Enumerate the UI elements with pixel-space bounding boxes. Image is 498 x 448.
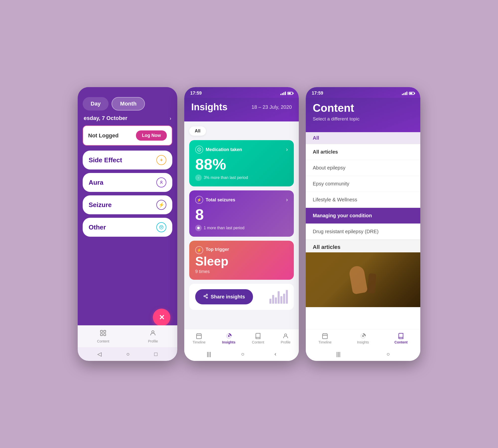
- share-chart-preview: [269, 290, 288, 304]
- svg-point-22: [228, 335, 230, 337]
- share-insights-card: Share insights: [189, 284, 294, 310]
- android-square-icon[interactable]: □: [154, 351, 157, 357]
- status-icons-2: [280, 92, 293, 95]
- side-effect-icon: +: [156, 155, 166, 165]
- signal-icon-3: [402, 92, 407, 95]
- side-effect-button[interactable]: Side Effect +: [83, 151, 172, 169]
- log-now-button[interactable]: Log Now: [136, 130, 167, 141]
- nav-profile[interactable]: Profile: [148, 330, 158, 343]
- profile-nav-label-2: Profile: [281, 340, 291, 344]
- medication-card-title: Medication taken: [206, 147, 242, 152]
- profile-nav-icon: [149, 330, 156, 338]
- article-image-overlay: [306, 252, 420, 307]
- nav-content[interactable]: Content: [97, 330, 109, 343]
- date-text: esday, 7 October: [84, 115, 127, 121]
- content-nav-label-2: Content: [252, 340, 264, 344]
- nav-profile-2[interactable]: Profile: [281, 333, 291, 344]
- seizure-button[interactable]: Seizure ⚡: [83, 195, 172, 214]
- android-menu-icon-3[interactable]: |||: [336, 351, 340, 357]
- topic-all-articles-item[interactable]: All articles: [306, 144, 420, 160]
- medication-sub-row: ↑ 3% more than last period: [195, 174, 288, 181]
- phone2-android-nav: ||| ○ ‹: [184, 347, 299, 361]
- trigger-card-icon: ⚡: [195, 246, 203, 254]
- nav-insights-2[interactable]: Insights: [222, 333, 236, 344]
- topic-about-epilepsy-label: About epilepsy: [313, 165, 345, 170]
- month-toggle-button[interactable]: Month: [112, 97, 145, 111]
- phone1-bottom-nav: Content Profile: [78, 325, 177, 347]
- battery-icon-3: [409, 92, 414, 95]
- side-effect-label: Side Effect: [89, 156, 122, 164]
- svg-rect-16: [197, 334, 202, 339]
- phone-3-content-screen: 17:59 Content Select a different topic: [306, 87, 420, 361]
- not-logged-card: Not Logged Log Now: [83, 125, 172, 146]
- android-home-icon-2[interactable]: ○: [241, 351, 244, 357]
- android-back-icon[interactable]: ◁: [97, 351, 102, 357]
- trigger-card-title: Top trigger: [206, 247, 229, 252]
- topic-all-top[interactable]: All: [306, 132, 420, 144]
- phone-2-insights-screen: 17:59 Insights 18 – 23 July, 2020: [184, 87, 299, 361]
- share-icon: [203, 294, 208, 300]
- seizures-card[interactable]: ⚡ Total seizures › 8 1 more than last pe…: [189, 190, 294, 237]
- nav-insights-3[interactable]: Insights: [357, 333, 369, 344]
- all-filter-pill[interactable]: All: [189, 126, 206, 136]
- phone3-android-nav: ||| ○: [306, 347, 420, 361]
- other-label: Other: [89, 224, 106, 231]
- date-chevron-right-icon[interactable]: ›: [170, 115, 171, 121]
- phone2-bottom-nav: Timeline Insights Content: [184, 329, 299, 347]
- medication-percentage: 88%: [195, 157, 288, 172]
- android-home-icon[interactable]: ○: [126, 351, 129, 357]
- status-time-3: 17:59: [312, 91, 323, 96]
- topic-list: All All articles About epilepsy Epsy com…: [306, 132, 420, 361]
- nav-timeline-3[interactable]: Timeline: [318, 333, 331, 344]
- seizure-icon: ⚡: [156, 200, 166, 210]
- content-nav-label: Content: [97, 339, 109, 343]
- nav-content-3[interactable]: Content: [394, 333, 408, 344]
- trigger-card[interactable]: ⚡ Top trigger Sleep 9 times: [189, 241, 294, 280]
- profile-nav-label: Profile: [148, 339, 158, 343]
- article-image[interactable]: [306, 252, 420, 307]
- seizures-card-icon: ⚡: [195, 196, 203, 204]
- nav-content-2[interactable]: Content: [252, 333, 264, 344]
- topic-lifestyle-wellness[interactable]: Lifestyle & Wellness: [306, 192, 420, 208]
- topic-epsy-community[interactable]: Epsy community: [306, 176, 420, 192]
- profile-nav-icon-2: [282, 333, 289, 339]
- nav-timeline-2[interactable]: Timeline: [192, 333, 205, 344]
- content-nav-icon-3: [398, 333, 404, 339]
- topic-lifestyle-wellness-label: Lifestyle & Wellness: [313, 197, 357, 202]
- content-title: Content: [313, 98, 413, 116]
- android-menu-icon-2[interactable]: |||: [207, 351, 211, 357]
- trigger-name: Sleep: [195, 255, 288, 268]
- aura-button[interactable]: Aura: [83, 173, 172, 192]
- other-button[interactable]: Other: [83, 218, 172, 237]
- timeline-nav-icon: [196, 333, 202, 339]
- android-home-icon-3[interactable]: ○: [386, 351, 390, 357]
- log-items-list: Side Effect + Aura Seizure ⚡: [83, 151, 172, 237]
- android-back-icon-2[interactable]: ‹: [274, 351, 276, 357]
- date-row: esday, 7 October ›: [83, 115, 172, 125]
- topic-dre[interactable]: Drug resistant epilepsy (DRE): [306, 224, 420, 240]
- share-insights-button[interactable]: Share insights: [195, 289, 253, 304]
- svg-point-2: [161, 226, 161, 227]
- topic-about-epilepsy[interactable]: About epilepsy: [306, 160, 420, 176]
- medication-card[interactable]: Medication taken › 88% ↑ 3% more than la…: [189, 140, 294, 186]
- insights-title: Insights: [191, 102, 228, 112]
- day-toggle-button[interactable]: Day: [83, 97, 109, 111]
- seizures-card-chevron-icon: ›: [286, 197, 288, 203]
- topic-managing-condition[interactable]: Managing your condition: [306, 208, 420, 224]
- seizure-label: Seizure: [89, 201, 112, 209]
- close-fab-button[interactable]: ✕: [153, 309, 170, 326]
- phone1-android-nav: ◁ ○ □: [78, 347, 177, 361]
- insights-nav-label-2: Insights: [222, 340, 236, 344]
- content-header: Content Select a different topic: [306, 98, 420, 132]
- seizures-sub-text: 1 more than last period: [204, 226, 245, 230]
- svg-point-8: [152, 331, 154, 333]
- status-time-2: 17:59: [190, 91, 202, 96]
- svg-rect-24: [323, 334, 328, 339]
- svg-rect-7: [104, 334, 106, 336]
- topic-all-top-label: All: [313, 135, 319, 141]
- svg-rect-4: [101, 331, 103, 333]
- seizures-card-title: Total seizures: [206, 197, 235, 203]
- topic-all-articles-label: All articles: [313, 149, 338, 155]
- day-month-toggle: Day Month: [83, 97, 172, 111]
- svg-rect-6: [101, 334, 103, 336]
